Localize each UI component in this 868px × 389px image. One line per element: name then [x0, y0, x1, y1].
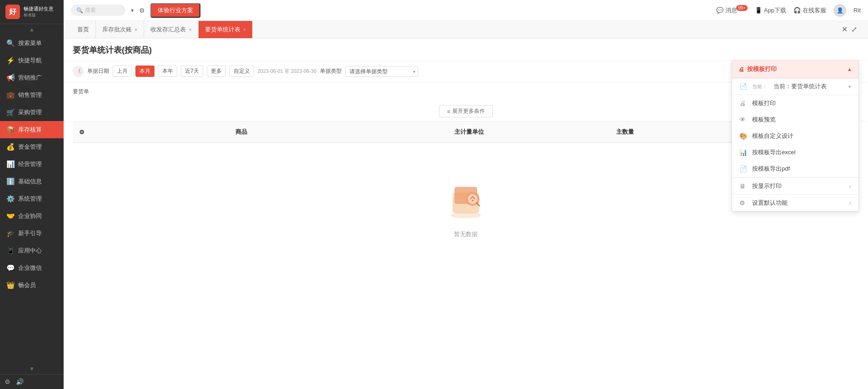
export-excel-label: 按模板导出excel — [752, 148, 851, 157]
export-pdf-label: 按模板导出pdf — [752, 165, 851, 173]
message-icon: 💬 — [716, 7, 723, 14]
cargo-filter-label: 要货单 — [73, 88, 89, 96]
date-btn-custom[interactable]: 自定义 — [229, 66, 254, 77]
speaker-bottom-icon[interactable]: 🔊 — [16, 378, 24, 385]
sidebar-item-collab-label: 企业协同 — [18, 212, 42, 220]
col-product: 商品 — [91, 125, 392, 139]
sidebar-item-purchase[interactable]: 🛒 采购管理 — [0, 104, 64, 121]
date-btn-prev-month[interactable]: 上月 — [113, 66, 132, 77]
dropdown-item-template-design[interactable]: 🎨 模板自定义设计 — [732, 128, 858, 144]
dropdown-section-set-default[interactable]: ⚙ 设置默认功能 — [732, 194, 858, 211]
sidebar-item-apps[interactable]: 📱 应用中心 — [0, 242, 64, 259]
sidebar-item-sales[interactable]: 💼 销售管理 — [0, 86, 64, 104]
template-print-label: 模板打印 — [752, 99, 851, 107]
current-template-label: 当前：要货单统计表 — [773, 82, 844, 91]
set-default-icon: ⚙ — [739, 199, 748, 207]
page-content: 要货单统计表(按商品) 《 单据日期 上月 本月 本年 近7天 更多 自定义 2… — [64, 38, 868, 389]
tab-receipt-close[interactable]: × — [189, 27, 191, 32]
sidebar-item-quicknav-label: 快捷导航 — [18, 56, 42, 65]
settings-bottom-icon[interactable]: ⚙ — [5, 378, 10, 385]
type-select-wrapper: 请选择单据类型 — [345, 66, 418, 77]
sidebar-item-finance-label: 资金管理 — [18, 143, 42, 151]
tab-want-stats[interactable]: 要货单统计表 × — [199, 21, 253, 38]
collab-icon: 🤝 — [6, 212, 15, 220]
dropdown-title: 🖨 按模板打印 — [738, 65, 777, 73]
tab-batch[interactable]: 库存批次账 × — [96, 21, 144, 38]
sidebar-item-search[interactable]: 🔍 搜索菜单 — [0, 35, 64, 52]
app-logo: 好 畅捷通好生意 标准版 — [0, 0, 64, 24]
wechat-icon: 💬 — [6, 264, 15, 272]
avatar[interactable]: 👤 — [833, 4, 846, 17]
app-name: 畅捷通好生意 — [24, 5, 54, 12]
date-btn-more[interactable]: 更多 — [207, 66, 226, 77]
current-prefix-label: 当前： — [752, 83, 767, 90]
page-title: 要货单统计表(按商品) — [73, 45, 152, 55]
dropdown-section-display-print[interactable]: 🖥 按显示打印 — [732, 177, 858, 194]
member-icon: 👑 — [6, 281, 15, 289]
tab-batch-close[interactable]: × — [135, 27, 137, 32]
scroll-down-btn[interactable]: ▼ — [0, 364, 64, 374]
sidebar-item-marketing[interactable]: 📢 营销推广 — [0, 69, 64, 86]
sidebar-item-member[interactable]: 👑 畅会员 — [0, 277, 64, 294]
tab-receipt-label: 收发存汇总表 — [150, 25, 186, 34]
sidebar-item-operations[interactable]: 📊 经营管理 — [0, 156, 64, 173]
sidebar-item-inventory-label: 库存核算 — [18, 126, 42, 134]
expand-more-icon: ≡ — [447, 108, 450, 115]
sidebar-item-wechat[interactable]: 💬 企业微信 — [0, 259, 64, 277]
current-template-icon: 📄 — [739, 83, 748, 90]
template-print-icon: 🖨 — [739, 100, 748, 107]
dropdown-current-item[interactable]: 📄 当前： 当前：要货单统计表 ▾ — [732, 78, 858, 95]
topbar: 🔍 搜索 ▾ ⚙ 体验行业方案 💬 消息 99+ 📱 App下载 🎧 在线客服 … — [64, 0, 868, 21]
topbar-gear-icon[interactable]: ⚙ — [139, 7, 145, 14]
topbar-actions: 💬 消息 99+ 📱 App下载 🎧 在线客服 👤 Rit — [716, 4, 861, 17]
message-action[interactable]: 💬 消息 99+ — [716, 6, 748, 15]
expand-more-btn[interactable]: ≡ 展开更多条件 — [439, 105, 492, 117]
expand-more-label: 展开更多条件 — [452, 107, 485, 115]
tab-want-label: 要货单统计表 — [205, 25, 240, 34]
app-download-label: App下载 — [764, 6, 786, 15]
dropdown-item-template-print[interactable]: 🖨 模板打印 — [732, 95, 858, 111]
current-dropdown-arrow[interactable]: ▾ — [848, 84, 851, 90]
expand-panel-icon[interactable]: ⤢ — [851, 25, 857, 34]
quicknav-icon: ⚡ — [6, 56, 15, 65]
topbar-search-box[interactable]: 🔍 搜索 — [71, 5, 125, 16]
date-btn-current-year[interactable]: 本年 — [158, 66, 177, 77]
trial-btn[interactable]: 体验行业方案 — [150, 3, 200, 18]
sidebar-nav: 🔍 搜索菜单 ⚡ 快捷导航 📢 营销推广 💼 销售管理 🛒 采购管理 📦 库存核… — [0, 35, 64, 364]
template-design-label: 模板自定义设计 — [752, 132, 851, 140]
close-panel-icon[interactable]: ✕ — [842, 25, 848, 34]
sidebar-item-sales-label: 销售管理 — [18, 91, 42, 99]
topbar-dropdown[interactable]: ▾ — [131, 7, 134, 14]
sidebar-item-finance[interactable]: 💰 资金管理 — [0, 138, 64, 156]
sidebar-item-guide[interactable]: 🎓 新手引导 — [0, 225, 64, 242]
type-select[interactable]: 请选择单据类型 — [345, 66, 418, 77]
date-range-display: 2023-06-01 至 2023-06-30 — [258, 68, 317, 75]
display-print-label: 按显示打印 — [752, 182, 844, 190]
sidebar-item-basic[interactable]: ℹ️ 基础信息 — [0, 173, 64, 190]
date-btn-current-month[interactable]: 本月 — [135, 66, 155, 77]
scroll-up-btn[interactable]: ▲ — [0, 24, 64, 35]
dropdown-item-export-pdf[interactable]: 📄 按模板导出pdf — [732, 161, 858, 177]
set-default-label: 设置默认功能 — [752, 199, 844, 207]
app-download-action[interactable]: 📱 App下载 — [755, 6, 786, 15]
col-gear[interactable]: ⚙ — [73, 126, 91, 138]
dropdown-collapse-arrow[interactable]: ▲ — [847, 66, 852, 72]
dropdown-item-template-preview[interactable]: 👁 模板预览 — [732, 111, 858, 128]
filter-expand-icon[interactable]: 《 — [73, 66, 84, 77]
app-download-icon: 📱 — [755, 7, 762, 14]
logo-icon: 好 — [5, 5, 20, 19]
date-btn-last-7[interactable]: 近7天 — [181, 66, 203, 77]
template-preview-label: 模板预览 — [752, 116, 851, 124]
empty-text: 暂无数据 — [454, 230, 478, 238]
tab-want-close[interactable]: × — [243, 27, 246, 32]
sidebar-item-system[interactable]: ⚙️ 系统管理 — [0, 190, 64, 207]
sidebar-item-purchase-label: 采购管理 — [18, 108, 42, 116]
sidebar-item-inventory[interactable]: 📦 库存核算 — [0, 121, 64, 138]
online-service-action[interactable]: 🎧 在线客服 — [793, 6, 826, 15]
tab-home[interactable]: 首页 — [71, 21, 96, 38]
tab-receipt-summary[interactable]: 收发存汇总表 × — [144, 21, 198, 38]
col-quantity: 主数量 — [547, 125, 703, 139]
sidebar-item-collab[interactable]: 🤝 企业协同 — [0, 207, 64, 225]
sidebar-item-quicknav[interactable]: ⚡ 快捷导航 — [0, 52, 64, 69]
dropdown-item-export-excel[interactable]: 📊 按模板导出excel — [732, 144, 858, 161]
